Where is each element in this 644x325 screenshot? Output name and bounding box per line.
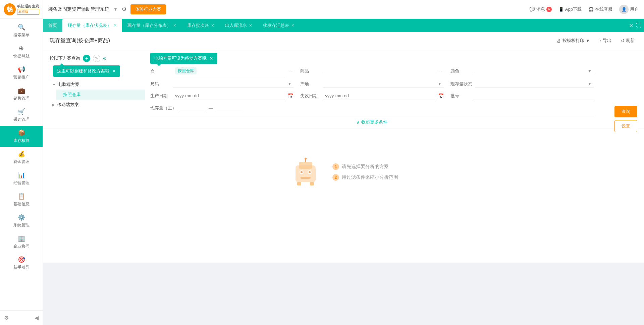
sidebar-item-basic[interactable]: 📋 基础信息 bbox=[0, 189, 43, 210]
message-badge: 6 bbox=[546, 7, 552, 12]
topbar-left: 装备及固定资产辅助管理系统 ▼ ⚙ 体验行业方案 bbox=[48, 4, 166, 14]
tab-close-recv-summary[interactable]: ✕ bbox=[291, 23, 294, 28]
filter-area: 按以下方案查询 + ✎ « 电脑方案可设为移动方案哦 ✕ 这里可以创建和修改方案… bbox=[43, 49, 644, 128]
chevron-down-icon: ▼ bbox=[52, 83, 56, 87]
stock-main-range: — bbox=[179, 104, 243, 112]
print-btn[interactable]: 🖨 按模板打印 ▼ bbox=[554, 36, 593, 45]
tabbar: 首页 现存量（库存状况表） ✕ 现存量（库存分布表） ✕ 库存批次账 ✕ 出入库… bbox=[43, 19, 644, 32]
filter-row-batch: 批号 bbox=[450, 92, 594, 100]
svg-rect-7 bbox=[297, 182, 301, 185]
filter-row-produce-date: 生产日期 📅 bbox=[150, 92, 293, 100]
gear-icon: ⚙️ bbox=[18, 214, 25, 221]
sidebar-item-inventory[interactable]: 📦 库存核算 bbox=[0, 126, 43, 147]
print-icon: 🖨 bbox=[557, 38, 561, 43]
tab-fullscreen-btn[interactable]: ⛶ bbox=[636, 22, 641, 29]
warehouse-dots-icon[interactable]: ··· bbox=[289, 68, 293, 74]
refresh-icon: ↺ bbox=[621, 38, 625, 43]
tab-inventory-status[interactable]: 现存量（库存状况表） ✕ bbox=[62, 19, 122, 32]
color-dropdown-icon: ▼ bbox=[588, 69, 592, 73]
stock-status-select[interactable]: ▼ bbox=[475, 80, 594, 88]
warehouse-label: 仓 bbox=[150, 68, 170, 74]
empty-tips: 1 请先选择要分析的方案 2 用过滤条件来缩小分析范围 bbox=[332, 163, 398, 181]
filter-row-expire-date: 失效日期 📅 bbox=[300, 92, 443, 100]
tab-recv-summary[interactable]: 收发存汇总表 ✕ bbox=[258, 19, 300, 32]
logo-tag: 标准版 bbox=[17, 9, 39, 15]
filter-row-warehouse: 仓 按照仓库 ··· bbox=[150, 66, 293, 76]
batch-input[interactable] bbox=[473, 92, 594, 100]
tab-close-batch-ledger[interactable]: ✕ bbox=[211, 23, 214, 28]
sidebar-item-search[interactable]: 🔍 搜索菜单 bbox=[0, 20, 43, 41]
sidebar-item-sales[interactable]: 💼 销售管理 bbox=[0, 84, 43, 105]
scheme-pc-item-warehouse[interactable]: 按照仓库 bbox=[56, 90, 145, 100]
scheme-pc-group[interactable]: ▼ 电脑端方案 bbox=[50, 79, 145, 90]
empty-illustration bbox=[289, 155, 322, 189]
goods-input[interactable] bbox=[323, 67, 436, 75]
app-download-btn[interactable]: 📱 App下载 bbox=[558, 6, 582, 12]
scheme-tooltip2-close[interactable]: ✕ bbox=[112, 68, 116, 74]
topbar-right: 💬 消息 6 📱 App下载 🎧 在线客服 👤 用户 bbox=[530, 5, 639, 14]
batch-label: 批号 bbox=[450, 93, 471, 99]
produce-date-input[interactable] bbox=[173, 92, 285, 100]
main-content: 现存量查询(按仓库+商品) 🖨 按模板打印 ▼ ↑ 导出 ↺ 刷新 按以下方案查… bbox=[43, 32, 644, 325]
tab-in-out-flow[interactable]: 出入库流水 ✕ bbox=[220, 19, 258, 32]
logo-icon: 畅 bbox=[4, 3, 16, 15]
sidebar-item-operation[interactable]: 📊 经营管理 bbox=[0, 168, 43, 189]
user-btn[interactable]: 👤 用户 bbox=[619, 5, 639, 14]
print-dropdown-icon: ▼ bbox=[586, 38, 590, 43]
stock-main-from[interactable] bbox=[179, 104, 206, 112]
online-support-btn[interactable]: 🎧 在线客服 bbox=[588, 6, 612, 12]
sidebar-item-enterprise[interactable]: 🏢 企业协同 bbox=[0, 231, 43, 253]
sidebar-item-newbie[interactable]: 🎯 新手引导 bbox=[0, 253, 43, 274]
page-actions: 🖨 按模板打印 ▼ ↑ 导出 ↺ 刷新 bbox=[554, 36, 637, 45]
filter-back-btn[interactable]: « bbox=[103, 55, 106, 61]
topbar-settings-btn[interactable]: ⚙ bbox=[122, 6, 126, 12]
tab-close-all-btn[interactable]: ✕ bbox=[629, 22, 633, 29]
tab-close-inventory-dist[interactable]: ✕ bbox=[173, 23, 176, 28]
filter-add-btn[interactable]: + bbox=[83, 55, 90, 62]
expire-date-input[interactable] bbox=[323, 92, 435, 100]
footer-collapse-btn[interactable]: ◀ bbox=[35, 315, 39, 321]
scheme-tooltip-close[interactable]: ✕ bbox=[209, 56, 213, 61]
tab-close-in-out-flow[interactable]: ✕ bbox=[249, 23, 252, 28]
reset-btn[interactable]: 设置 bbox=[614, 120, 637, 132]
tab-close-inventory-status[interactable]: ✕ bbox=[113, 23, 117, 28]
calendar-icon[interactable]: 📅 bbox=[288, 93, 293, 99]
scheme-tooltip2-popup: 这里可以创建和修改方案哦 ✕ bbox=[53, 65, 120, 77]
message-btn[interactable]: 💬 消息 6 bbox=[530, 6, 552, 12]
filter-scheme-label: 按以下方案查询 bbox=[50, 55, 80, 61]
sidebar-item-system[interactable]: ⚙️ 系统管理 bbox=[0, 210, 43, 231]
warehouse-input[interactable]: 按照仓库 bbox=[173, 66, 286, 76]
size-select[interactable]: ▼ bbox=[173, 80, 293, 88]
color-select[interactable]: ▼ bbox=[473, 67, 594, 75]
search-btn[interactable]: 查询 bbox=[614, 106, 637, 117]
collapse-bar[interactable]: ∧ 收起更多条件 bbox=[150, 116, 594, 128]
tab-batch-ledger[interactable]: 库存批次账 ✕ bbox=[182, 19, 220, 32]
produce-date-label: 生产日期 bbox=[150, 93, 170, 99]
filter-edit-btn[interactable]: ✎ bbox=[93, 55, 100, 62]
system-dropdown-btn[interactable]: ▼ bbox=[113, 7, 118, 12]
search-icon: 🔍 bbox=[18, 23, 25, 31]
svg-rect-8 bbox=[310, 182, 314, 185]
empty-state: 1 请先选择要分析的方案 2 用过滤条件来缩小分析范围 bbox=[43, 128, 644, 216]
tab-home[interactable]: 首页 bbox=[43, 19, 62, 32]
sidebar-item-purchase[interactable]: 🛒 采购管理 bbox=[0, 105, 43, 126]
goods-dots-icon[interactable]: ··· bbox=[439, 68, 443, 74]
footer-settings-btn[interactable]: ⚙ bbox=[4, 315, 9, 321]
sidebar-item-finance[interactable]: 💰 资金管理 bbox=[0, 147, 43, 168]
export-btn[interactable]: ↑ 导出 bbox=[597, 36, 614, 45]
scheme-mobile-group[interactable]: ▶ 移动端方案 bbox=[50, 100, 145, 110]
sidebar-item-marketing[interactable]: 📢 营销推广 bbox=[0, 62, 43, 84]
origin-select[interactable]: ▼ bbox=[323, 80, 443, 88]
money-icon: 💰 bbox=[18, 150, 25, 158]
expire-calendar-icon[interactable]: 📅 bbox=[438, 93, 444, 99]
refresh-btn[interactable]: ↺ 刷新 bbox=[618, 36, 637, 45]
filter-row-goods: 商品 ··· bbox=[300, 66, 443, 76]
sidebar-item-guide[interactable]: ⊕ 快捷导航 bbox=[0, 41, 43, 62]
tip-num-2: 2 bbox=[332, 174, 339, 181]
svg-point-10 bbox=[305, 158, 307, 160]
industry-btn[interactable]: 体验行业方案 bbox=[130, 4, 166, 14]
stock-main-to[interactable] bbox=[216, 104, 243, 112]
export-icon: ↑ bbox=[599, 38, 602, 43]
tab-inventory-dist[interactable]: 现存量（库存分布表） ✕ bbox=[122, 19, 182, 32]
filter-grid: 仓 按照仓库 ··· 商品 ··· 颜色 bbox=[150, 66, 594, 112]
